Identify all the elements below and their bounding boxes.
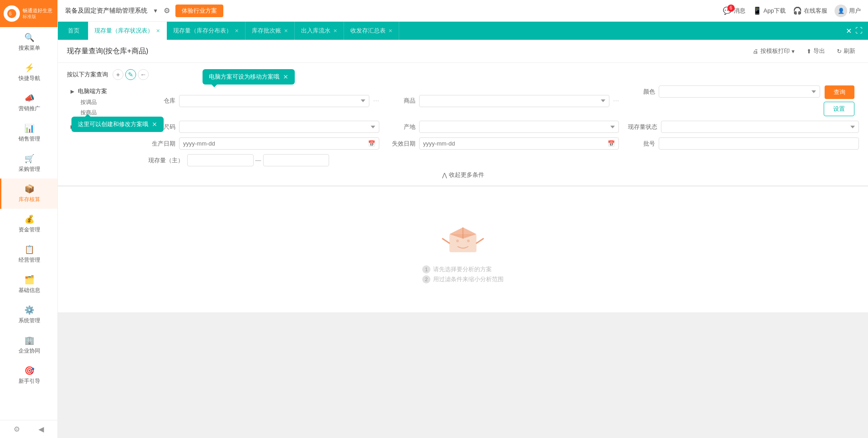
stock-status-select[interactable] <box>661 121 859 133</box>
enterprise-icon: 🏢 <box>24 335 34 345</box>
tab-summary[interactable]: 收发存汇总表 ✕ <box>344 22 399 40</box>
sidebar-item-basic[interactable]: 🗂️ 基础信息 <box>0 269 57 300</box>
sidebar-item-enterprise[interactable]: 🏢 企业协同 <box>0 330 57 360</box>
expiry-date-input[interactable] <box>423 140 606 147</box>
logo-sub-text: 标准版 <box>23 14 52 20</box>
reset-btn[interactable]: 设置 <box>824 102 854 116</box>
collapse-sidebar-btn[interactable]: ◀ <box>38 425 44 433</box>
tab-close-batch[interactable]: ✕ <box>284 28 288 34</box>
user-label: 用户 <box>849 7 861 15</box>
warehouse-input[interactable] <box>179 95 369 107</box>
print-btn[interactable]: 🖨 按模板打印 ▾ <box>749 45 798 57</box>
sidebar-nav: 🔍 搜索菜单 ⚡ 快捷导航 📣 营销推广 📊 销售管理 🛒 采购管理 📦 库存核… <box>0 27 57 420</box>
notification-btn[interactable]: 💬 6 消息 <box>723 6 745 15</box>
sidebar-item-quick[interactable]: ⚡ 快捷导航 <box>0 57 57 88</box>
header-gear-btn[interactable]: ⚙ <box>164 6 170 15</box>
color-label: 颜色 <box>628 88 655 96</box>
add-scheme-btn[interactable]: + <box>113 69 123 80</box>
edit-scheme-btn[interactable]: ✎ <box>125 69 136 80</box>
sidebar-item-search[interactable]: 🔍 搜索菜单 <box>0 27 57 57</box>
filter-row-expiry-date: 失效日期 📅 <box>388 137 619 150</box>
warehouse-dots[interactable]: ··· <box>373 97 379 105</box>
tab-inventory-dist[interactable]: 现存量（库存分布表） ✕ <box>167 22 245 40</box>
system-dropdown-btn[interactable]: ▼ <box>153 8 158 14</box>
stock-main-from[interactable] <box>187 154 254 166</box>
sidebar-item-system[interactable]: ⚙️ 系统管理 <box>0 300 57 330</box>
trial-btn[interactable]: 体验行业方案 <box>175 5 223 17</box>
batch-input[interactable] <box>659 137 859 150</box>
tab-bar: 首页 现存量（库存状况表） ✕ 现存量（库存分布表） ✕ 库存批次账 ✕ 出入库… <box>58 22 868 40</box>
online-support-btn[interactable]: 🎧 在线客服 <box>793 6 827 15</box>
tab-inventory-dist-label: 现存量（库存分布表） <box>173 27 232 35</box>
tab-inventory-status[interactable]: 现存量（库存状况表） ✕ <box>88 22 167 40</box>
scheme-child-item-0[interactable]: 按调品 <box>78 97 139 108</box>
tab-flow[interactable]: 出入库流水 ✕ <box>295 22 344 40</box>
expiry-date-calendar-icon[interactable]: 📅 <box>608 140 615 147</box>
step1-text: 请先选择要分析的方案 <box>433 265 492 273</box>
expiry-date-wrap[interactable]: 📅 <box>419 137 619 150</box>
system-icon: ⚙️ <box>24 305 34 315</box>
tab-close-summary[interactable]: ✕ <box>388 28 392 34</box>
size-select[interactable] <box>179 121 379 133</box>
sidebar-item-label: 企业协同 <box>19 347 40 355</box>
app-download-btn[interactable]: 📱 App下载 <box>753 6 786 15</box>
color-select[interactable] <box>659 85 820 98</box>
export-btn[interactable]: ⬆ 导出 <box>803 45 829 57</box>
stock-main-label: 现存量（主） <box>148 156 184 165</box>
stock-main-to[interactable] <box>263 154 330 166</box>
sidebar-bottom: ⚙ ◀ <box>0 420 57 438</box>
expiry-date-label: 失效日期 <box>388 140 415 148</box>
tooltip-scheme-switch-text: 电脑方案可设为移动方案哦 <box>209 73 279 81</box>
finance-icon: 💰 <box>24 214 34 224</box>
tooltip-scheme-switch-close[interactable]: ✕ <box>283 73 288 80</box>
origin-select[interactable] <box>419 121 619 133</box>
sidebar-item-sales[interactable]: 📊 销售管理 <box>0 118 57 148</box>
sidebar-item-operations[interactable]: 📋 经营管理 <box>0 239 57 269</box>
sidebar-item-marketing[interactable]: 📣 营销推广 <box>0 88 57 118</box>
range-separator: — <box>255 157 261 164</box>
scheme-item-desktop[interactable]: ▶ 电脑端方案 <box>67 85 139 97</box>
goods-input[interactable] <box>419 95 609 107</box>
sales-icon: 📊 <box>24 123 34 133</box>
tooltip-scheme-edit-close[interactable]: ✕ <box>152 121 157 128</box>
tooltip-scheme-switch: 电脑方案可设为移动方案哦 ✕ <box>203 69 295 85</box>
main-area: 装备及固定资产辅助管理系统 ▼ ⚙ 体验行业方案 💬 6 消息 📱 App下载 … <box>58 0 868 438</box>
user-menu-btn[interactable]: 👤 用户 <box>835 5 861 17</box>
search-btn[interactable]: 查询 <box>825 85 854 99</box>
sidebar-item-label: 快捷导航 <box>19 75 40 82</box>
tab-close-inventory-status[interactable]: ✕ <box>156 28 160 34</box>
filter-row-stock-status: 现存量状态 <box>628 121 859 133</box>
settings-bottom-btn[interactable]: ⚙ <box>14 425 20 433</box>
sidebar-item-inventory[interactable]: 📦 库存核算 <box>0 179 57 209</box>
filter-label: 按以下方案查询 <box>67 71 108 79</box>
tab-fullscreen-btn[interactable]: ⛶ <box>855 27 863 35</box>
sidebar-item-label: 新手引导 <box>19 377 40 385</box>
prod-date-calendar-icon[interactable]: 📅 <box>368 140 375 147</box>
prod-date-wrap[interactable]: 📅 <box>179 137 379 150</box>
tab-flow-label: 出入库流水 <box>301 27 330 35</box>
collapse-btn[interactable]: ⋀ 收起更多条件 <box>442 171 484 179</box>
tooltip-scheme-edit-text: 这里可以创建和修改方案哦 <box>78 120 148 128</box>
tab-close-inventory-dist[interactable]: ✕ <box>235 28 239 34</box>
purchase-icon: 🛒 <box>24 154 34 164</box>
tab-batch[interactable]: 库存批次账 ✕ <box>245 22 295 40</box>
sidebar-item-label: 经营管理 <box>19 256 40 264</box>
empty-state: 1 请先选择要分析的方案 2 用过滤条件来缩小分析范围 <box>58 187 868 312</box>
tab-close-all-btn[interactable]: ✕ <box>846 27 852 35</box>
tab-close-flow[interactable]: ✕ <box>333 28 337 34</box>
goods-dots[interactable]: ··· <box>613 97 619 105</box>
tab-home[interactable]: 首页 <box>60 22 88 40</box>
back-scheme-btn[interactable]: ← <box>138 69 149 80</box>
filter-grid: 仓库 ··· 商品 ··· 颜色 <box>148 85 859 150</box>
basic-icon: 🗂️ <box>24 275 34 285</box>
refresh-btn[interactable]: ↻ 刷新 <box>833 45 859 57</box>
tab-batch-label: 库存批次账 <box>252 27 281 35</box>
sidebar-item-guide[interactable]: 🎯 新手引导 <box>0 360 57 391</box>
sidebar-item-finance[interactable]: 💰 资金管理 <box>0 209 57 239</box>
prod-date-label: 生产日期 <box>148 140 175 148</box>
sidebar-item-label: 采购管理 <box>19 165 40 173</box>
page-header: 现存量查询(按仓库+商品) 🖨 按模板打印 ▾ ⬆ 导出 ↻ 刷新 <box>58 40 868 63</box>
sidebar-item-purchase[interactable]: 🛒 采购管理 <box>0 148 57 179</box>
prod-date-input[interactable] <box>183 140 366 147</box>
chevron-up-icon: ⋀ <box>442 172 447 179</box>
